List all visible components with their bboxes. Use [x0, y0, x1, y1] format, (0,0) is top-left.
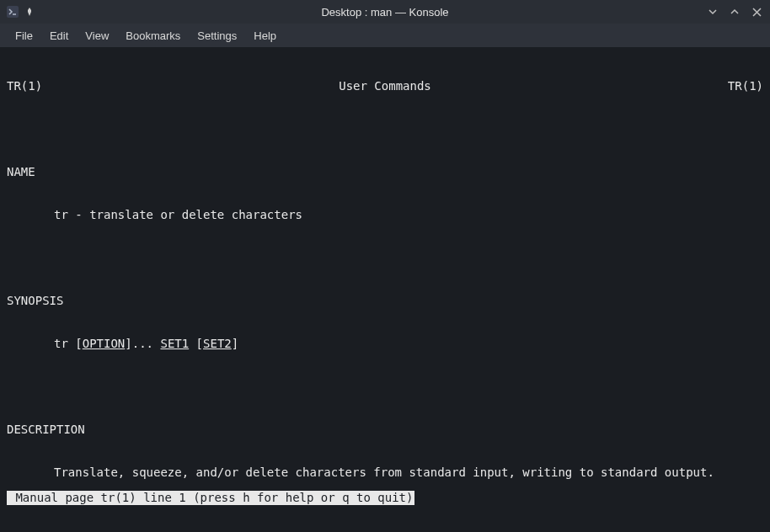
manpage-header: TR(1) User Commands TR(1): [7, 79, 763, 93]
window-titlebar: Desktop : man — Konsole: [0, 0, 770, 24]
pager-statusline: Manual page tr(1) line 1 (press h for he…: [7, 491, 414, 505]
pin-icon[interactable]: [24, 6, 35, 18]
manpage-header-right: TR(1): [728, 79, 763, 93]
description-line: Translate, squeeze, and/or delete charac…: [7, 466, 763, 480]
synopsis-set1: SET1: [160, 337, 189, 350]
synopsis-option: OPTION: [83, 337, 126, 350]
synopsis-line: tr [OPTION]... SET1 [SET2]: [7, 337, 763, 351]
section-name-heading: NAME: [7, 165, 763, 179]
section-synopsis-heading: SYNOPSIS: [7, 294, 763, 308]
menu-bookmarks[interactable]: Bookmarks: [117, 26, 189, 45]
menu-settings[interactable]: Settings: [189, 26, 245, 45]
close-button[interactable]: [750, 5, 763, 19]
app-icon: [7, 6, 19, 18]
maximize-button[interactable]: [728, 5, 741, 19]
terminal-viewport[interactable]: TR(1) User Commands TR(1) NAME tr - tran…: [0, 47, 770, 508]
minimize-button[interactable]: [706, 5, 719, 19]
menu-edit[interactable]: Edit: [41, 26, 77, 45]
synopsis-set2: SET2: [203, 337, 232, 350]
manpage-header-center: User Commands: [42, 79, 728, 93]
menu-help[interactable]: Help: [245, 26, 285, 45]
manpage-header-left: TR(1): [7, 79, 42, 93]
window-title: Desktop : man — Konsole: [0, 6, 770, 19]
menu-bar: File Edit View Bookmarks Settings Help: [0, 24, 770, 47]
menu-file[interactable]: File: [7, 26, 41, 45]
menu-view[interactable]: View: [77, 26, 117, 45]
name-line: tr - translate or delete characters: [7, 208, 763, 222]
section-description-heading: DESCRIPTION: [7, 423, 763, 437]
